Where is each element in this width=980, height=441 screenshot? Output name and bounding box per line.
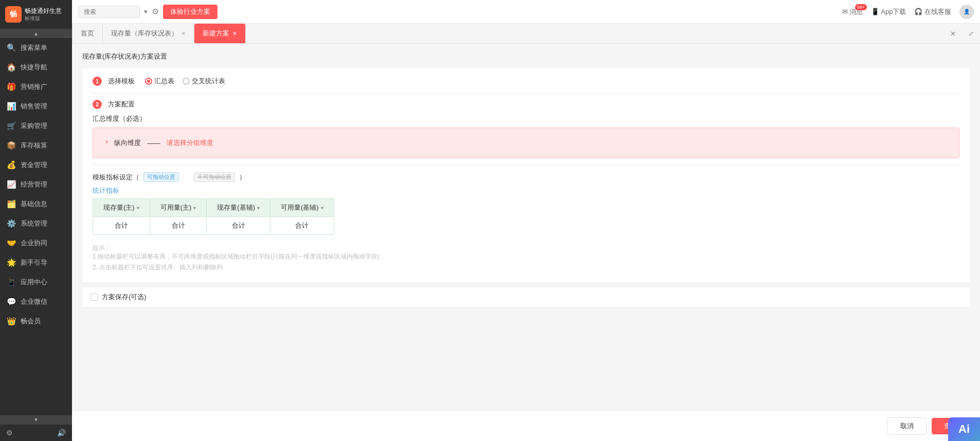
app-download-button[interactable]: 📱 App下载 bbox=[871, 7, 906, 16]
divider-1 bbox=[93, 93, 959, 94]
template-radio-group: 汇总表 交叉统计表 bbox=[145, 77, 225, 86]
col-label-current-qty-main: 现存量(主) bbox=[103, 203, 135, 212]
sidebar-scroll-up[interactable]: ▲ bbox=[0, 29, 72, 38]
app-center-icon: 📱 bbox=[6, 278, 16, 287]
logo-icon: 畅 bbox=[5, 6, 22, 23]
sidebar-item-quick-nav[interactable]: 🏠 快捷导航 bbox=[0, 58, 72, 77]
member-icon: 👑 bbox=[6, 317, 16, 326]
wechat-icon: 💬 bbox=[6, 297, 16, 306]
basic-info-icon: 🗂️ bbox=[6, 199, 16, 209]
step1-row: 1 选择模板 汇总表 交叉统计表 bbox=[93, 77, 959, 86]
cancel-button[interactable]: 取消 bbox=[887, 417, 927, 435]
tab-new-scheme-close[interactable]: ✕ bbox=[232, 30, 237, 37]
col-header-current-qty-aux[interactable]: 现存量(基辅) ▾ bbox=[207, 199, 270, 217]
stats-section-title: 统计指标 bbox=[93, 186, 959, 195]
dimension-placeholder[interactable]: 请选择分组维度 bbox=[167, 138, 213, 148]
sidebar-item-basic-info[interactable]: 🗂️ 基础信息 bbox=[0, 194, 72, 214]
tip-1: 1.拖动标题栏可以调整布局，不可跨维度或指标区域拖动栏目字段(只能在同一维度或指… bbox=[93, 252, 959, 261]
finance-icon: 💰 bbox=[6, 160, 16, 170]
tab-inventory-status[interactable]: 现存量（库存状况表） ✕ bbox=[103, 24, 194, 43]
search-icon: 🔍 bbox=[6, 43, 16, 52]
col-header-available-qty-aux[interactable]: 可用量(基辅) ▾ bbox=[270, 199, 334, 217]
tab-expand-icon[interactable]: ⤢ bbox=[962, 25, 980, 43]
save-checkbox[interactable] bbox=[90, 293, 98, 301]
avatar[interactable]: 👤 bbox=[959, 5, 974, 19]
sidebar-item-member[interactable]: 👑 畅会员 bbox=[0, 311, 72, 331]
sidebar-item-app-center[interactable]: 📱 应用中心 bbox=[0, 272, 72, 292]
app-icon: 📱 bbox=[871, 8, 879, 15]
col-chevron-available-qty-main[interactable]: ▾ bbox=[193, 205, 196, 211]
dimension-required-star: * bbox=[105, 139, 108, 147]
tab-inventory-label: 现存量（库存状况表） bbox=[111, 29, 178, 38]
dimension-box: * 纵向维度 —— 请选择分组维度 bbox=[93, 127, 959, 158]
finance-label: 资金管理 bbox=[21, 160, 47, 170]
trial-button[interactable]: 体验行业方案 bbox=[163, 5, 217, 19]
draggable-tag: 可拖动位置 bbox=[143, 172, 179, 182]
dimension-vertical-label: 纵向维度 bbox=[114, 138, 141, 148]
sidebar-nav: 🔍 搜索菜单 🏠 快捷导航 🎁 营销推广 📊 销售管理 🛒 采购管理 📦 库存核… bbox=[0, 38, 72, 415]
message-button[interactable]: ✉ 消息 99+ bbox=[842, 7, 863, 16]
ai-badge[interactable]: Ai bbox=[948, 417, 980, 441]
stats-table: 现存量(主) ▾ 可用量(主) ▾ 现存量(基辅) ▾ 可用量(基辅) ▾ 合计… bbox=[93, 199, 334, 234]
sidebar-item-marketing[interactable]: 🎁 营销推广 bbox=[0, 77, 72, 97]
cooperation-label: 企业协同 bbox=[21, 238, 47, 248]
tab-new-scheme-label: 新建方案 bbox=[203, 29, 229, 38]
search-input[interactable] bbox=[78, 6, 140, 18]
sound-icon[interactable]: 🔊 bbox=[57, 429, 66, 437]
col-label-current-qty-aux: 现存量(基辅) bbox=[217, 203, 255, 212]
tab-inventory-close[interactable]: ✕ bbox=[181, 30, 186, 37]
sidebar-item-finance[interactable]: 💰 资金管理 bbox=[0, 155, 72, 175]
radio-summary[interactable]: 汇总表 bbox=[145, 77, 174, 86]
sidebar-item-system[interactable]: ⚙️ 系统管理 bbox=[0, 214, 72, 233]
member-label: 畅会员 bbox=[21, 317, 41, 326]
quick-nav-label: 快捷导航 bbox=[21, 63, 47, 72]
tab-new-scheme[interactable]: 新建方案 ✕ bbox=[194, 24, 246, 43]
non-draggable-tag: 不可拖动位置 bbox=[194, 172, 235, 182]
settings-icon[interactable]: ⚙ bbox=[6, 429, 13, 437]
sidebar-scroll-down[interactable]: ▼ bbox=[0, 415, 72, 424]
col-chevron-current-qty-aux[interactable]: ▾ bbox=[257, 205, 260, 211]
radio-cross-circle bbox=[183, 78, 190, 85]
cooperation-icon: 🤝 bbox=[6, 238, 16, 248]
message-icon: ✉ bbox=[842, 8, 848, 15]
tab-close-all[interactable]: ✕ bbox=[944, 25, 962, 43]
cell-0-2: 合计 bbox=[207, 217, 270, 235]
quick-nav-icon: 🏠 bbox=[6, 63, 16, 72]
tab-home[interactable]: 首页 bbox=[72, 24, 103, 43]
divider-2 bbox=[93, 164, 959, 165]
new-guide-icon: 🌟 bbox=[6, 258, 16, 267]
sidebar-item-sales[interactable]: 📊 销售管理 bbox=[0, 97, 72, 116]
tabs-bar: 首页 现存量（库存状况表） ✕ 新建方案 ✕ ✕ ⤢ bbox=[72, 24, 980, 44]
sidebar-item-purchase[interactable]: 🛒 采购管理 bbox=[0, 116, 72, 136]
col-chevron-current-qty-main[interactable]: ▾ bbox=[137, 205, 139, 211]
indicator-settings: 模板指标设定（ 可拖动位置 不可拖动位置 ） 统计指标 现存量(主) ▾ 可用量… bbox=[93, 172, 959, 272]
step1-badge: 1 bbox=[93, 77, 102, 86]
sidebar-item-wechat[interactable]: 💬 企业微信 bbox=[0, 292, 72, 311]
radio-cross[interactable]: 交叉统计表 bbox=[183, 77, 225, 86]
operations-icon: 📈 bbox=[6, 180, 16, 189]
sales-label: 销售管理 bbox=[21, 102, 47, 111]
col-header-current-qty-main[interactable]: 现存量(主) ▾ bbox=[93, 199, 150, 217]
sidebar-item-new-guide[interactable]: 🌟 新手引导 bbox=[0, 253, 72, 272]
tip-2: 2. 点击标题栏下拉可设置排序、插入列和删除列 bbox=[93, 263, 959, 272]
sidebar-item-search[interactable]: 🔍 搜索菜单 bbox=[0, 38, 72, 58]
sidebar-item-cooperation[interactable]: 🤝 企业协同 bbox=[0, 233, 72, 253]
col-header-available-qty-main[interactable]: 可用量(主) ▾ bbox=[150, 199, 207, 217]
step2-label: 方案配置 bbox=[108, 100, 135, 109]
online-service-button[interactable]: 🎧 在线客服 bbox=[914, 7, 951, 16]
gear-icon[interactable]: ⚙ bbox=[152, 7, 159, 16]
bottom-bar: 取消 查询 bbox=[72, 411, 980, 441]
app-center-label: 应用中心 bbox=[21, 278, 47, 287]
cell-0-3: 合计 bbox=[270, 217, 334, 235]
col-chevron-available-qty-aux[interactable]: ▾ bbox=[321, 205, 323, 211]
step2-badge: 2 bbox=[93, 100, 102, 109]
dimension-dash: —— bbox=[147, 139, 160, 147]
search-dropdown[interactable]: ▾ bbox=[144, 8, 148, 15]
radio-summary-circle bbox=[145, 78, 152, 85]
wechat-label: 企业微信 bbox=[21, 297, 47, 306]
content-area: 现存量(库存状况表)方案设置 1 选择模板 汇总表 交叉统计表 bbox=[72, 44, 980, 411]
indicator-table: 现存量(主) ▾ 可用量(主) ▾ 现存量(基辅) ▾ 可用量(基辅) ▾ 合计… bbox=[93, 198, 334, 235]
sidebar-item-operations[interactable]: 📈 经营管理 bbox=[0, 175, 72, 194]
sidebar-item-inventory[interactable]: 📦 库存核算 bbox=[0, 136, 72, 155]
radio-cross-label: 交叉统计表 bbox=[192, 77, 225, 86]
